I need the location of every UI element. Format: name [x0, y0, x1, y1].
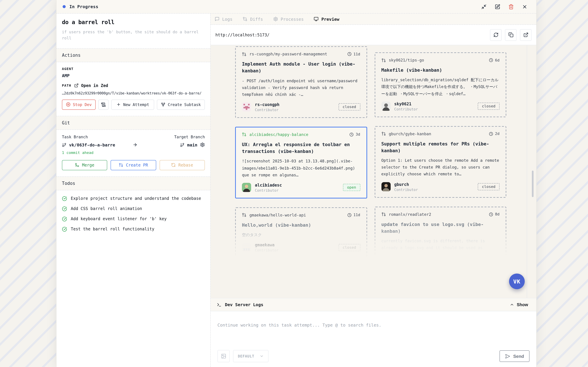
author-name: gburch	[394, 182, 418, 187]
create-subtask-button[interactable]: Create Subtask	[157, 100, 205, 110]
avatar	[381, 182, 390, 191]
new-attempt-button[interactable]: New Attempt	[112, 100, 154, 110]
pr-card[interactable]: gburch/gybe-kanban 2d Support multiple r…	[374, 126, 506, 198]
author-role: Contributor	[255, 188, 282, 192]
stop-circle-icon	[66, 102, 70, 107]
plus-icon	[116, 102, 121, 107]
stop-dev-button[interactable]: Stop Dev	[62, 100, 96, 110]
avatar	[242, 243, 251, 252]
vibe-kanban-feedback-button[interactable]: VK	[509, 274, 525, 289]
todo-label: Add CSS barrel roll animation	[71, 206, 142, 211]
card-age: 6d	[495, 58, 500, 62]
check-circle-icon	[62, 227, 67, 232]
pr-card[interactable]: sky0621/tips-go 6d Makefile (vibe-kanban…	[374, 52, 506, 117]
show-logs-toggle[interactable]: Show	[510, 302, 528, 307]
edit-icon	[495, 4, 500, 9]
minimize-icon	[481, 4, 487, 9]
avatar	[242, 183, 251, 192]
profile-select[interactable]: DEFAULT	[233, 350, 269, 362]
url-text[interactable]: http://localhost:5173/	[215, 33, 269, 37]
card-age: 3d	[356, 132, 360, 137]
open-external-button[interactable]	[520, 29, 532, 41]
merge-label: Merge	[82, 163, 94, 167]
check-circle-icon	[62, 217, 67, 222]
pull-request-icon	[242, 213, 246, 217]
status-badge: closed	[478, 183, 500, 190]
composer-input[interactable]: Continue working on this task attempt...…	[217, 323, 529, 328]
pr-card-selected[interactable]: alcibiadesc/happy-balance 3d UX: Arregla…	[235, 127, 367, 199]
tab-logs[interactable]: Logs	[215, 17, 233, 22]
main-area: Logs Diffs Processes Preview	[211, 14, 536, 367]
open-in-zed-label: Open in Zed	[81, 83, 108, 88]
clock-icon	[489, 58, 493, 62]
todos-section-heading: Todos	[56, 177, 210, 190]
todo-label: Test the barrel roll functionality	[71, 227, 154, 232]
delete-task-button[interactable]	[508, 4, 514, 9]
pr-card[interactable]: romanlv/readlater2 8d update favicon to …	[374, 206, 506, 257]
dev-logs-script-button[interactable]	[98, 100, 109, 110]
repo-name: rs-cuongph/my-password-management	[250, 52, 327, 56]
git-branch-icon	[180, 143, 184, 147]
status-dot	[63, 5, 66, 8]
commit-ahead-status: 1 commit ahead	[62, 150, 205, 155]
agent-value: AMP	[62, 73, 205, 78]
card-age: 2d	[495, 132, 500, 136]
trash-icon	[508, 4, 514, 9]
status-badge: closed	[338, 244, 360, 251]
card-title: Makefile (vibe-kanban)	[381, 67, 500, 74]
tab-preview[interactable]: Preview	[314, 17, 339, 22]
branch-settings-button[interactable]	[200, 142, 205, 147]
show-label: Show	[517, 302, 528, 307]
message-square-icon	[215, 17, 219, 21]
message-composer: Continue working on this task attempt...…	[211, 311, 536, 367]
preview-viewport: rs-cuongph/my-password-management 11d Im…	[211, 45, 536, 298]
author-name: alcibiadesc	[255, 183, 282, 188]
card-description: ![screenshot 2025-10-03 at 13.13.48.png]…	[242, 158, 360, 178]
todo-item: Test the barrel roll functionality	[62, 227, 205, 232]
status-badge: closed	[478, 103, 500, 110]
git-compare-icon	[243, 17, 247, 21]
rotate-icon	[171, 163, 176, 167]
card-title: Hello,world (vibe-kanban)	[242, 222, 360, 228]
minimize-button[interactable]	[481, 4, 487, 9]
task-title: do a barrel roll	[62, 19, 205, 25]
check-circle-icon	[62, 206, 67, 211]
pr-card[interactable]: gmaekawa/hello-world-api 11d Hello,world…	[235, 207, 367, 259]
rebase-button[interactable]: Rebase	[159, 160, 205, 170]
target-branch-chip[interactable]: main	[180, 142, 197, 148]
task-description: if users press the 'b' button, the site …	[62, 29, 205, 42]
gear-icon	[200, 142, 205, 147]
clock-icon	[489, 212, 493, 216]
open-in-zed-link[interactable]: Open in Zed	[74, 83, 108, 88]
dev-server-logs-bar: Dev Server Logs Show	[211, 298, 536, 311]
clock-icon	[350, 133, 354, 137]
tab-label: Diffs	[250, 17, 263, 22]
todo-item: Add CSS barrel roll animation	[62, 206, 205, 211]
attach-image-button[interactable]	[217, 350, 230, 362]
task-summary: do a barrel roll if users press the 'b' …	[56, 14, 210, 49]
edit-task-button[interactable]	[495, 4, 500, 9]
git-section: Task Branch Target Branch vk/063f-do-a-b…	[56, 130, 210, 177]
tab-label: Preview	[321, 17, 339, 22]
merge-button[interactable]: Merge	[62, 160, 107, 170]
git-branch-icon	[62, 143, 66, 147]
tab-processes[interactable]: Processes	[273, 17, 304, 22]
repo-name: romanlv/readlater2	[389, 212, 431, 217]
check-circle-icon	[62, 196, 67, 201]
tab-diffs[interactable]: Diffs	[243, 17, 263, 22]
close-button[interactable]	[522, 4, 527, 9]
pr-card[interactable]: rs-cuongph/my-password-management 11d Im…	[235, 46, 367, 118]
repo-name: gmaekawa/hello-world-api	[250, 213, 306, 217]
send-button[interactable]: Send	[500, 350, 529, 362]
task-branch-chip[interactable]: vk/063f-do-a-barre	[62, 142, 115, 148]
refresh-button[interactable]	[490, 29, 502, 41]
create-pr-button[interactable]: Create PR	[111, 160, 156, 170]
tab-label: Logs	[222, 17, 233, 22]
preview-scrollbar[interactable]	[532, 171, 534, 197]
task-branch-name: vk/063f-do-a-barre	[69, 142, 115, 148]
card-description: 空のタスク	[242, 231, 360, 238]
task-dialog: In Progress do a barrel roll if users pr…	[56, 0, 536, 367]
copy-url-button[interactable]	[505, 29, 517, 41]
clock-icon	[347, 213, 351, 217]
external-link-icon	[523, 32, 528, 37]
